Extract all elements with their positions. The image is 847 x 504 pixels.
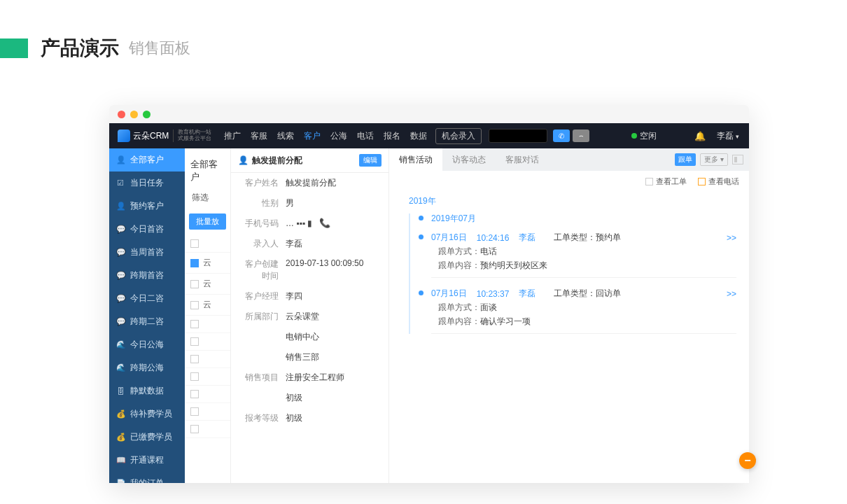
sidebar-item-5[interactable]: 💬跨期首咨 [109,264,185,287]
sidebar-item-label: 开通课程 [130,454,164,466]
fab-minus-button[interactable]: − [739,452,756,469]
list-row[interactable] [185,368,230,386]
window-min-dot[interactable] [130,111,138,118]
checkbox-icon[interactable] [190,355,199,363]
checkbox-icon[interactable] [190,320,199,328]
window-close-dot[interactable] [118,111,125,118]
entry-button[interactable]: 机会录入 [435,128,482,144]
card-expand[interactable]: >> [727,289,736,299]
timeline-card: 07月16日10:23:37李磊工单类型：回访单>>跟单方式：面谈跟单内容：确认… [431,288,736,334]
row-text: 云 [203,257,211,269]
checkbox-icon[interactable] [190,301,199,309]
checkbox-icon [645,178,653,186]
card-expand[interactable]: >> [727,233,736,243]
created-value: 2019-07-13 00:09:50 [286,258,363,282]
checkbox-icon[interactable] [190,425,199,433]
hangup-icon[interactable]: ⌢ [573,130,589,142]
card-date: 07月16日 [431,232,467,244]
user-menu[interactable]: 李磊▾ [717,130,739,142]
sidebar-item-6[interactable]: 💬今日二咨 [109,287,185,310]
name-value: 触发提前分配 [286,177,336,189]
more-button[interactable]: 更多 ▾ [700,153,728,166]
sidebar-item-9[interactable]: 🌊跨期公海 [109,356,185,379]
phone-buttons: ✆ ⌢ [553,130,589,142]
dept-value-2: 电销中心 [286,331,319,343]
sidebar-item-10[interactable]: 🗄静默数据 [109,379,185,402]
search-input[interactable] [489,129,547,143]
list-row[interactable] [185,351,230,368]
sea-icon: 🌊 [116,340,125,349]
nav-item-2[interactable]: 线索 [277,130,294,142]
call-icon[interactable]: ✆ [553,130,570,142]
nav-items: 推广客服线索客户公海电话报名数据 [224,130,427,142]
sidebar-item-4[interactable]: 💬当周首咨 [109,241,185,264]
logo-subtitle: 教育机构一站 式服务云平台 [173,130,211,142]
checkbox-icon[interactable] [190,372,199,381]
list-row[interactable] [185,316,230,333]
sidebar-item-13[interactable]: 📖开通课程 [109,449,185,472]
timeline-card: 07月16日10:24:16李磊工单类型：预约单>>跟单方式：电话跟单内容：预约… [431,232,736,278]
phone-label: 手机号码 [238,218,286,230]
nav-item-6[interactable]: 报名 [384,130,400,142]
header-accent-block [0,38,28,58]
nav-item-7[interactable]: 数据 [410,130,427,142]
checkbox-icon[interactable] [190,337,199,346]
list-row[interactable]: 云 [185,253,230,274]
list-row[interactable] [185,333,230,351]
filter-view-calls[interactable]: 查看电话 [698,176,739,187]
collapse-icon[interactable] [732,155,743,164]
nav-item-5[interactable]: 电话 [357,130,374,142]
filter-label[interactable]: 筛选 [185,188,230,208]
status-text[interactable]: 空闲 [640,130,657,142]
sidebar-item-14[interactable]: 📄我的订单 [109,472,185,483]
checkbox-icon[interactable] [190,390,199,398]
bulk-release-button[interactable]: 批量放 [189,214,226,230]
logo-text: 云朵CRM [133,130,169,142]
list-row[interactable] [185,386,230,403]
nav-item-3[interactable]: 客户 [304,130,321,142]
edit-button[interactable]: 编辑 [359,154,382,167]
list-row[interactable] [185,403,230,421]
nav-item-1[interactable]: 客服 [251,130,267,142]
list-row[interactable]: 云 [185,295,230,316]
window-max-dot[interactable] [143,111,150,118]
nav-item-0[interactable]: 推广 [224,130,241,142]
sidebar-item-2[interactable]: 👤预约客户 [109,195,185,218]
tab-2[interactable]: 客服对话 [496,148,549,171]
follow-button[interactable]: 跟单 [675,153,696,166]
checkbox-icon[interactable] [190,280,199,288]
call-phone-icon[interactable]: 📞 [319,218,330,228]
card-content: 跟单内容：预约明天到校区来 [431,258,736,272]
list-row[interactable]: 云 [185,274,230,295]
checkbox-icon[interactable] [190,239,199,248]
filter-view-orders[interactable]: 查看工单 [645,176,687,187]
activity-tabs: 销售活动访客动态客服对话 跟单 更多 ▾ [389,148,749,171]
logo[interactable]: 云朵CRM 教育机构一站 式服务云平台 [109,130,217,142]
sidebar-item-8[interactable]: 🌊今日公海 [109,333,185,356]
sidebar-item-12[interactable]: 💰已缴费学员 [109,426,185,449]
sidebar-item-label: 跨期二咨 [130,316,164,328]
checkbox-icon[interactable] [190,407,199,416]
list-row[interactable] [185,421,230,438]
proj-value-1: 注册安全工程师 [286,372,344,384]
sidebar-item-label: 今日二咨 [130,293,164,304]
phone-value: … ▪▪▪ ▮📞 [286,218,330,230]
level-value: 初级 [286,412,302,424]
sidebar-item-0[interactable]: 👤全部客户 [109,148,185,172]
dept-value-3: 销售三部 [286,351,319,363]
tab-1[interactable]: 访客动态 [442,148,496,171]
sidebar-item-1[interactable]: ☑当日任务 [109,172,185,195]
bell-icon[interactable]: 🔔 [694,131,706,141]
sidebar-item-7[interactable]: 💬跨期二咨 [109,310,185,333]
proj-label: 销售项目 [238,372,286,384]
sidebar-item-11[interactable]: 💰待补费学员 [109,402,185,426]
top-nav: 云朵CRM 教育机构一站 式服务云平台 推广客服线索客户公海电话报名数据 机会录… [109,123,749,148]
sidebar-item-3[interactable]: 💬今日首咨 [109,218,185,241]
sidebar-item-label: 预约客户 [130,200,164,212]
list-row[interactable] [185,235,230,253]
sidebar-item-label: 全部客户 [130,154,164,166]
nav-item-4[interactable]: 公海 [330,130,347,142]
checkbox-icon[interactable] [190,259,199,267]
tab-0[interactable]: 销售活动 [389,148,442,171]
checkbox-icon [698,178,706,186]
